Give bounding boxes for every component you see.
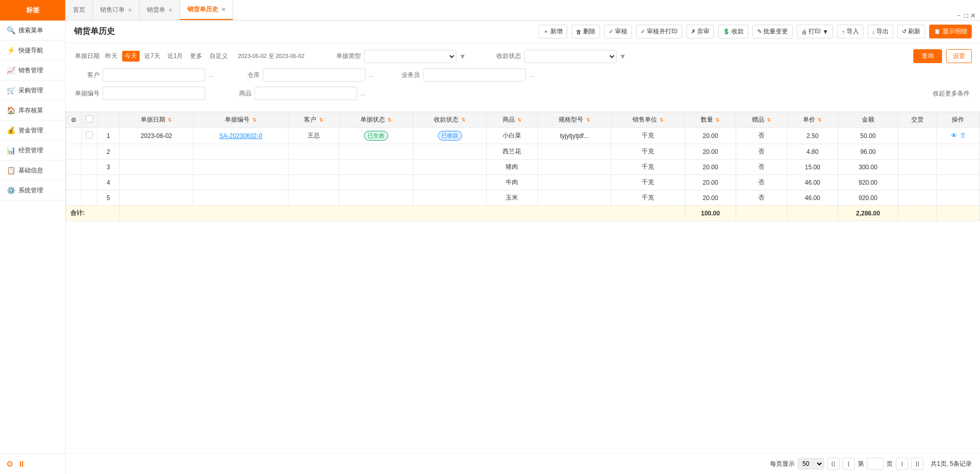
audit-print-button[interactable]: ✓ 审核并打印 bbox=[636, 25, 682, 38]
export-button[interactable]: ↓ 导出 bbox=[868, 25, 894, 38]
page-input[interactable]: 1 bbox=[867, 458, 883, 470]
salesperson-ellipsis[interactable]: ... bbox=[529, 71, 534, 78]
tab-sales-order[interactable]: 销售订单 ✕ bbox=[93, 0, 140, 20]
page-prev-btn[interactable]: ⟨ bbox=[842, 458, 855, 470]
main-area: 首页 销售订单 ✕ 销货单 ✕ 销货单历史 ✕ － □ ✕ 销货单历史 ＋ bbox=[66, 0, 980, 474]
show-detail-button[interactable]: 📋 显示明细 bbox=[929, 25, 972, 38]
sidebar-item-quick-nav[interactable]: ⚡ 快捷导航 bbox=[0, 41, 65, 61]
set-button[interactable]: 设置 bbox=[946, 49, 972, 63]
col-header-spec[interactable]: 规格型号 ⇅ bbox=[537, 112, 611, 128]
pagination: 每页显示 50 100 ⟨⟨ ⟨ 第 1 页 ⟩ ⟩⟩ 共1页, 5条记录 bbox=[66, 453, 980, 474]
page-next-btn[interactable]: ⟩ bbox=[896, 458, 908, 470]
sidebar-settings-icon[interactable]: ⚙ bbox=[6, 459, 13, 469]
tab-minimize-icon[interactable]: － bbox=[955, 11, 962, 20]
cell-check[interactable] bbox=[82, 175, 98, 190]
col-header-payment-status[interactable]: 收款状态 ⇅ bbox=[413, 112, 486, 128]
date-btn-yesterday[interactable]: 昨天 bbox=[103, 51, 120, 62]
cell-doc-no[interactable] bbox=[193, 160, 288, 175]
payment-status-select[interactable] bbox=[524, 50, 617, 63]
date-btn-more[interactable]: 更多 bbox=[187, 51, 205, 62]
cell-check[interactable] bbox=[82, 190, 98, 206]
sidebar-item-search-menu[interactable]: 🔍 搜索菜单 bbox=[0, 21, 65, 41]
sidebar-collapse-icon[interactable]: ⏸ bbox=[17, 460, 26, 469]
customer-input[interactable] bbox=[103, 68, 205, 82]
page-text: 第 bbox=[858, 460, 864, 468]
date-btn-1month[interactable]: 近1月 bbox=[165, 51, 186, 62]
col-header-doc-no[interactable]: 单据编号 ⇅ bbox=[193, 112, 288, 128]
tab-sale-goods-history[interactable]: 销货单历史 ✕ bbox=[180, 0, 233, 20]
collapse-button[interactable]: 收起更多条件 bbox=[931, 87, 972, 100]
more-icon[interactable]: ⠿ bbox=[960, 132, 966, 140]
cell-doc-status bbox=[339, 190, 413, 206]
col-header-check[interactable] bbox=[82, 112, 98, 128]
sidebar-item-purchase[interactable]: 🛒 采购管理 bbox=[0, 81, 65, 101]
page-size-select[interactable]: 50 100 bbox=[798, 458, 824, 469]
col-header-doc-status[interactable]: 单据状态 ⇅ bbox=[339, 112, 413, 128]
batch-change-button[interactable]: ✎ 批量变更 bbox=[753, 25, 793, 38]
cell-check[interactable] bbox=[82, 160, 98, 175]
goods-ellipsis[interactable]: ... bbox=[360, 90, 366, 97]
sidebar-item-inventory[interactable]: 🏠 库存核算 bbox=[0, 101, 65, 121]
cell-check[interactable] bbox=[82, 128, 98, 144]
doc-type-select[interactable] bbox=[364, 50, 456, 63]
col-header-settings[interactable]: ⚙ bbox=[66, 112, 82, 128]
audit-button[interactable]: ✓ 审核 bbox=[604, 25, 632, 38]
col-header-gift[interactable]: 赠品 ⇅ bbox=[736, 112, 787, 128]
tab-sale-goods[interactable]: 销货单 ✕ bbox=[140, 0, 180, 20]
cell-amount: 96.00 bbox=[838, 144, 898, 160]
date-btn-custom[interactable]: 自定义 bbox=[207, 51, 230, 62]
delete-button[interactable]: 🗑 删除 bbox=[571, 25, 600, 38]
cell-doc-no[interactable] bbox=[193, 144, 288, 160]
sidebar-item-label: 基础信息 bbox=[18, 166, 43, 175]
cell-check[interactable] bbox=[82, 144, 98, 160]
col-header-customer[interactable]: 客户 ⇅ bbox=[288, 112, 339, 128]
add-button[interactable]: ＋ 新增 bbox=[539, 25, 567, 38]
sidebar-item-ops[interactable]: 📊 经营管理 bbox=[0, 141, 65, 161]
sidebar-item-system[interactable]: ⚙️ 系统管理 bbox=[0, 181, 65, 201]
doc-no-link[interactable]: SA-20230602-0 bbox=[219, 132, 262, 140]
col-header-price[interactable]: 单价 ⇅ bbox=[787, 112, 838, 128]
query-button[interactable]: 查询 bbox=[913, 49, 942, 63]
view-icon[interactable]: 👁 bbox=[951, 132, 957, 140]
tab-close-window-icon[interactable]: ✕ bbox=[970, 12, 976, 19]
warehouse-ellipsis[interactable]: ... bbox=[369, 71, 374, 78]
col-header-doc-date[interactable]: 单据日期 ⇅ bbox=[120, 112, 194, 128]
cell-doc-no[interactable] bbox=[193, 175, 288, 190]
import-button[interactable]: ↑ 导入 bbox=[837, 25, 863, 38]
sidebar-item-basic[interactable]: 📋 基础信息 bbox=[0, 161, 65, 181]
sidebar-item-label: 经营管理 bbox=[18, 146, 43, 155]
total-label: 共1页, 5条记录 bbox=[931, 460, 972, 468]
goods-input[interactable] bbox=[255, 87, 357, 100]
payment-status-dropdown-icon[interactable]: ▾ bbox=[621, 51, 625, 61]
cell-amount: 920.00 bbox=[838, 190, 898, 206]
refresh-button[interactable]: ↺ 刷新 bbox=[897, 25, 925, 38]
salesperson-input[interactable] bbox=[423, 68, 526, 82]
tab-home[interactable]: 首页 bbox=[66, 0, 93, 20]
tab-maximize-icon[interactable]: □ bbox=[964, 12, 968, 19]
cell-doc-status bbox=[339, 175, 413, 190]
col-header-qty[interactable]: 数量 ⇅ bbox=[685, 112, 736, 128]
doc-no-input[interactable] bbox=[103, 87, 205, 100]
cell-doc-no[interactable] bbox=[193, 190, 288, 206]
tab-close-sales-order[interactable]: ✕ bbox=[128, 7, 132, 13]
tab-close-sale-goods-history[interactable]: ✕ bbox=[221, 7, 225, 12]
tab-close-sale-goods[interactable]: ✕ bbox=[168, 7, 172, 13]
page-last-btn[interactable]: ⟩⟩ bbox=[911, 458, 924, 470]
select-all-checkbox[interactable] bbox=[86, 115, 93, 123]
col-header-unit[interactable]: 销售单位 ⇅ bbox=[611, 112, 685, 128]
date-btn-today[interactable]: 今天 bbox=[122, 51, 140, 62]
customer-ellipsis[interactable]: ... bbox=[208, 71, 214, 78]
warehouse-input[interactable] bbox=[263, 68, 366, 82]
row-checkbox[interactable] bbox=[86, 131, 93, 139]
page-first-btn[interactable]: ⟨⟨ bbox=[827, 458, 839, 470]
cell-spec bbox=[537, 144, 611, 160]
print-button[interactable]: 🖨 打印 ▼ bbox=[797, 25, 833, 38]
doc-type-dropdown-icon[interactable]: ▾ bbox=[460, 51, 465, 61]
collect-button[interactable]: 💲 收款 bbox=[718, 25, 748, 38]
sidebar-item-finance[interactable]: 💰 资金管理 bbox=[0, 121, 65, 141]
cell-doc-no[interactable]: SA-20230602-0 bbox=[193, 128, 288, 144]
col-header-goods[interactable]: 商品 ⇅ bbox=[487, 112, 537, 128]
abandon-button[interactable]: ✗ 弃审 bbox=[686, 25, 714, 38]
sidebar-item-sales[interactable]: 📈 销售管理 bbox=[0, 61, 65, 81]
date-btn-7days[interactable]: 近7天 bbox=[142, 51, 163, 62]
